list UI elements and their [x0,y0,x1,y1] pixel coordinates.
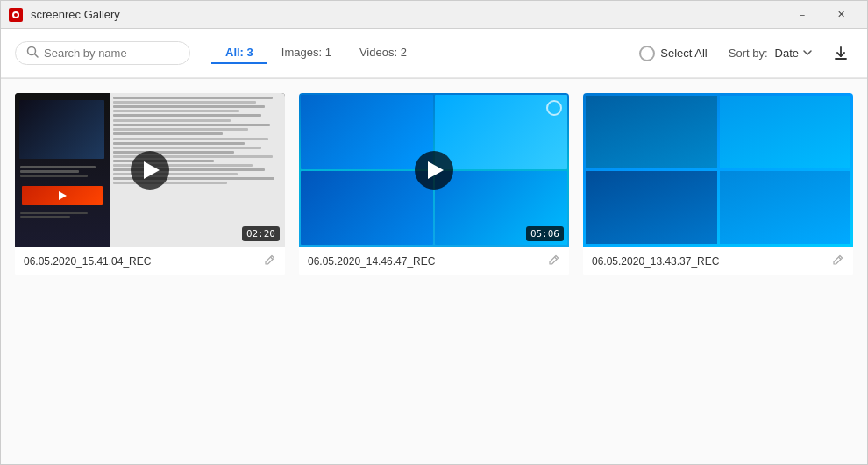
thumb-cell-3 [301,171,433,246]
thumb-3-grid [583,93,853,247]
play-triangle-1 [144,161,160,179]
select-circle-2[interactable] [546,100,562,116]
filter-tabs: All: 3 Images: 1 Videos: 2 [211,42,639,64]
search-input[interactable] [44,46,175,60]
app-icon [8,7,24,23]
thumb3-cell-3 [586,171,717,244]
thumbnail-1: 02:20 [15,93,285,247]
thumbnail-3 [583,93,853,247]
gallery-area: 02:20 06.05.2020_15.41.04_REC [1,79,867,464]
tab-images[interactable]: Images: 1 [267,42,345,64]
tab-all[interactable]: All: 3 [211,42,267,64]
edit-icon-1[interactable] [264,254,276,268]
play-button-2[interactable] [415,151,453,190]
svg-point-2 [14,13,18,17]
edit-icon-3[interactable] [832,254,844,268]
gallery-item-3[interactable]: 06.05.2020_13.43.37_REC [583,93,853,275]
title-bar: screenrec Gallery − ✕ [1,1,867,29]
item-footer-3: 06.05.2020_13.43.37_REC [583,247,853,275]
sort-value: Date [775,46,799,60]
close-button[interactable]: ✕ [822,1,860,29]
sort-dropdown[interactable]: Date [775,46,813,60]
item-name-3: 06.05.2020_13.43.37_REC [592,255,719,268]
play-triangle-2 [428,161,444,179]
window-controls: − ✕ [783,1,860,29]
search-container [15,41,190,65]
app-title: screenrec Gallery [31,8,783,21]
gallery-grid: 02:20 06.05.2020_15.41.04_REC [15,93,853,275]
tab-videos[interactable]: Videos: 2 [345,42,421,64]
item-name-1: 06.05.2020_15.41.04_REC [24,255,151,268]
item-name-2: 06.05.2020_14.46.47_REC [308,255,435,268]
select-all-container[interactable]: Select All [639,46,707,61]
gallery-item-1[interactable]: 02:20 06.05.2020_15.41.04_REC [15,93,285,275]
sort-by-label: Sort by: [729,46,768,60]
select-all-label: Select All [660,46,707,60]
thumbnail-2: 05:06 [299,93,569,247]
thumb3-cell-2 [720,96,851,168]
play-button-1[interactable] [131,151,169,190]
duration-badge-2: 05:06 [526,226,564,241]
sort-container: Sort by: Date [729,41,853,66]
thumb3-cell-4 [720,171,851,244]
edit-icon-2[interactable] [548,254,560,268]
gallery-item-2[interactable]: 05:06 06.05.2020_14.46.47_REC [299,93,569,275]
thumb3-cell-1 [586,96,717,168]
search-icon [26,46,39,61]
duration-badge-1: 02:20 [242,226,280,241]
item-footer-1: 06.05.2020_15.41.04_REC [15,247,285,275]
filter-bar: All: 3 Images: 1 Videos: 2 Select All So… [1,29,867,78]
sort-chevron-icon [802,47,813,60]
minimize-button[interactable]: − [783,1,822,29]
thumb-cell-1 [301,95,433,169]
select-all-radio[interactable] [639,46,655,61]
svg-line-4 [35,54,39,58]
download-button[interactable] [829,41,853,66]
item-footer-2: 06.05.2020_14.46.47_REC [299,247,569,275]
